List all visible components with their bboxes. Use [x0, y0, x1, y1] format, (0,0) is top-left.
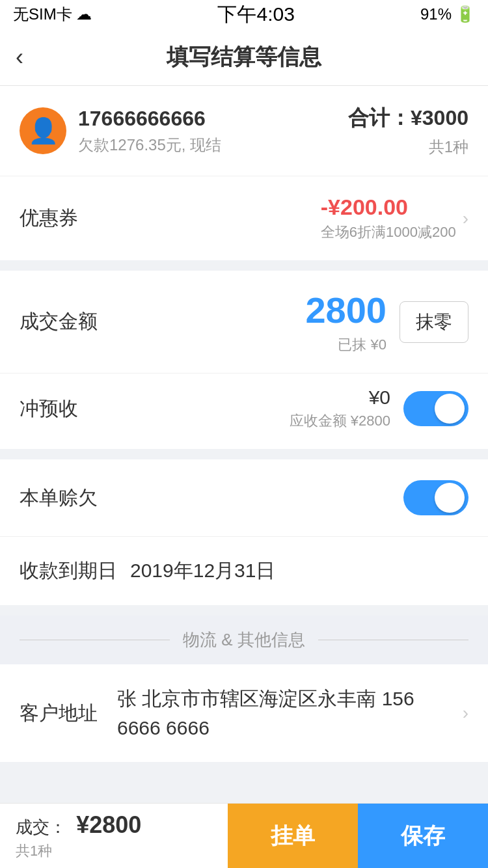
prereceive-right: ¥0 应收金额 ¥2800 — [290, 387, 468, 431]
page-title: 填写结算等信息 — [167, 42, 321, 72]
coupon-row[interactable]: 优惠券 -¥200.00 全场6折满1000减200 › — [0, 176, 488, 260]
divider-text: 物流 & 其他信息 — [183, 629, 305, 651]
coupon-amount: -¥200.00 — [321, 195, 456, 220]
bottom-summary: 成交： ¥2800 共1种 — [0, 804, 228, 868]
total-amount: 合计：¥3000 — [348, 104, 468, 133]
address-chevron-icon: › — [463, 703, 468, 724]
status-bar-right: 91% 🔋 — [420, 5, 475, 23]
customer-left: 👤 17666666666 欠款1276.35元, 现结 — [20, 107, 221, 156]
customer-info: 17666666666 欠款1276.35元, 现结 — [78, 107, 221, 156]
address-value: 张 北京市市辖区海淀区永丰南 156 6666 6666 — [117, 684, 463, 742]
credit-toggle[interactable] — [403, 480, 468, 515]
battery-status: 91% — [420, 5, 452, 23]
status-bar: 无SIM卡 ☁ 下午4:03 91% 🔋 — [0, 0, 488, 29]
duedate-value: 2019年12月31日 — [130, 558, 275, 584]
amount-value: 2800 — [305, 289, 386, 331]
bottom-summary-sub: 共1种 — [16, 841, 212, 861]
hang-button[interactable]: 挂单 — [228, 804, 358, 868]
divider-line-right — [318, 640, 468, 640]
amount-value-wrapper: 2800 已抹 ¥0 — [305, 289, 386, 355]
credit-row: 本单赊欠 — [0, 459, 488, 536]
prereceive-toggle[interactable] — [403, 391, 468, 426]
prereceive-amount: ¥0 — [290, 387, 390, 409]
coupon-desc: 全场6折满1000减200 — [321, 223, 456, 242]
nav-bar: ‹ 填写结算等信息 — [0, 29, 488, 86]
coupon-info: -¥200.00 全场6折满1000减200 — [321, 195, 456, 242]
save-button[interactable]: 保存 — [358, 804, 488, 868]
total-count: 共1种 — [348, 137, 468, 157]
battery-icon: 🔋 — [455, 5, 475, 23]
status-bar-left: 无SIM卡 ☁ — [13, 4, 92, 25]
chevron-right-icon: › — [463, 208, 468, 229]
back-button[interactable]: ‹ — [16, 44, 23, 71]
prereceive-label: 冲预收 — [20, 396, 78, 422]
duedate-label: 收款到期日 — [20, 558, 117, 584]
divider-section: 物流 & 其他信息 — [0, 616, 488, 664]
customer-right: 合计：¥3000 共1种 — [348, 104, 468, 157]
prereceive-sub: 应收金额 ¥2800 — [290, 411, 390, 431]
toggle-knob — [435, 394, 465, 424]
coupon-right: -¥200.00 全场6折满1000减200 › — [321, 195, 468, 242]
round-zero-button[interactable]: 抹零 — [400, 301, 468, 343]
bottom-bar: 成交： ¥2800 共1种 挂单 保存 — [0, 803, 488, 868]
amount-right: 2800 已抹 ¥0 抹零 — [305, 289, 468, 355]
bottom-summary-main: 成交： ¥2800 — [16, 811, 212, 839]
credit-card: 本单赊欠 收款到期日 2019年12月31日 — [0, 459, 488, 605]
customer-card: 👤 17666666666 欠款1276.35元, 现结 合计：¥3000 共1… — [0, 86, 488, 260]
divider-line-left — [20, 640, 170, 640]
customer-sub: 欠款1276.35元, 现结 — [78, 135, 221, 156]
amount-card: 成交金额 2800 已抹 ¥0 抹零 冲预收 ¥0 应收金额 ¥2800 — [0, 271, 488, 449]
avatar: 👤 — [20, 107, 66, 154]
address-row[interactable]: 客户地址 张 北京市市辖区海淀区永丰南 156 6666 6666 › — [0, 664, 488, 762]
summary-label: 成交： — [16, 817, 66, 837]
amount-erased: 已抹 ¥0 — [305, 335, 386, 355]
prereceive-row: 冲预收 ¥0 应收金额 ¥2800 — [0, 373, 488, 449]
address-label: 客户地址 — [20, 700, 98, 727]
avatar-icon: 👤 — [28, 116, 59, 145]
credit-toggle-knob — [435, 483, 465, 513]
duedate-row: 收款到期日 2019年12月31日 — [0, 536, 488, 605]
coupon-label: 优惠券 — [20, 205, 78, 232]
customer-row: 👤 17666666666 欠款1276.35元, 现结 合计：¥3000 共1… — [0, 86, 488, 176]
amount-label: 成交金额 — [20, 308, 98, 335]
amount-row: 成交金额 2800 已抹 ¥0 抹零 — [0, 271, 488, 373]
status-bar-time: 下午4:03 — [217, 1, 294, 28]
sim-status: 无SIM卡 ☁ — [13, 4, 92, 25]
credit-label: 本单赊欠 — [20, 485, 98, 511]
customer-phone: 17666666666 — [78, 107, 221, 131]
summary-value: ¥2800 — [76, 811, 141, 838]
prereceive-info: ¥0 应收金额 ¥2800 — [290, 387, 390, 431]
